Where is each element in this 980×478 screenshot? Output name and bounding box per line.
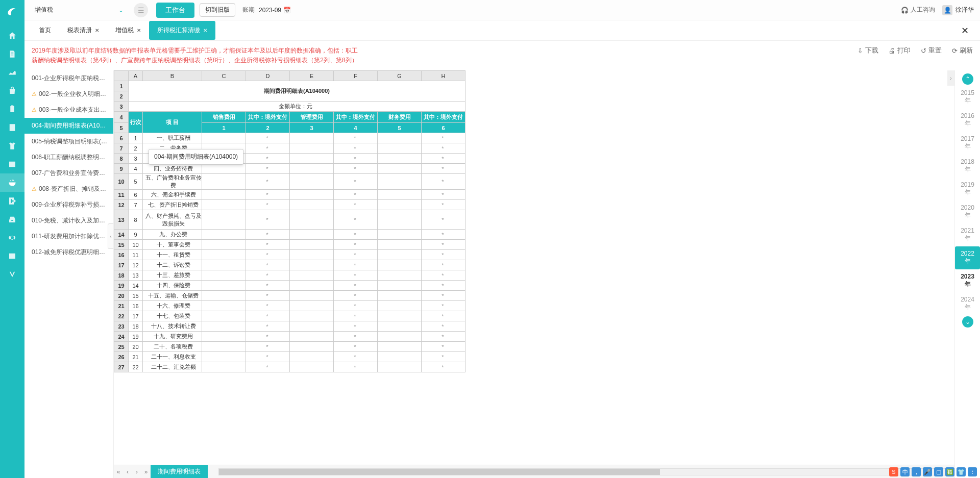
nav-v-icon[interactable] <box>0 265 24 284</box>
warning-icon: ⚠ <box>32 186 37 192</box>
ime-item[interactable]: ⋮ <box>968 467 977 476</box>
chevron-down-icon: ⌄ <box>118 7 124 14</box>
support-link[interactable]: 🎧 人工咨询 <box>901 6 935 14</box>
form-list-item[interactable]: 005-纳税调整项目明细表(A1... <box>24 134 113 149</box>
form-list-item[interactable]: 006-职工薪酬纳税调整明细... <box>24 149 113 165</box>
nav-doc-icon[interactable] <box>0 45 24 63</box>
form-list-item[interactable]: ⚠003-一般企业成本支出明细... <box>24 102 113 118</box>
tab-首页[interactable]: 首页 <box>31 21 59 40</box>
form-list-item[interactable]: 012-减免所得税优惠明细表(... <box>24 244 113 260</box>
year-item[interactable]: 2022年 <box>955 246 980 269</box>
nav-home-icon[interactable] <box>0 27 24 45</box>
tabs-row: 首页税表清册✕增值税✕所得税汇算清缴✕ ✕ <box>24 20 980 41</box>
switch-old-button[interactable]: 切到旧版 <box>200 3 235 17</box>
form-list-item[interactable]: 010-免税、减计收入及加计... <box>24 213 113 229</box>
list-icon-button[interactable]: ☰ <box>134 3 148 17</box>
form-list-item[interactable]: 011-研发费用加计扣除优惠... <box>24 229 113 244</box>
nav-shirt-icon[interactable] <box>0 137 24 155</box>
close-all-button[interactable]: ✕ <box>956 23 974 38</box>
nav-gear-icon[interactable] <box>0 229 24 247</box>
form-list-item[interactable]: 009-企业所得税弥补亏损明... <box>24 197 113 213</box>
reset-button[interactable]: ↺ 重置 <box>921 46 942 55</box>
nav-calc-icon[interactable] <box>0 118 24 137</box>
collapse-sidebar-handle[interactable]: ‹ <box>108 223 114 249</box>
ime-item[interactable]: ， <box>912 467 921 476</box>
module-dropdown[interactable]: 增值税 ⌄ <box>31 4 128 16</box>
tab-增值税[interactable]: 增值税✕ <box>107 21 149 40</box>
app-logo <box>5 4 19 18</box>
horizontal-scrollbar[interactable] <box>218 468 954 475</box>
warning-icon: ⚠ <box>32 91 37 97</box>
form-list-item[interactable]: ⚠002-一般企业收入明细表(A1... <box>24 86 113 102</box>
warning-icon: ⚠ <box>32 107 37 113</box>
sheet-tab[interactable]: 期间费用明细表 <box>151 465 208 478</box>
ime-item[interactable]: 中 <box>900 467 910 476</box>
print-button[interactable]: 🖨 打印 <box>889 46 911 55</box>
nav-chart-icon[interactable] <box>0 63 24 82</box>
close-icon[interactable]: ✕ <box>95 28 99 33</box>
year-item[interactable]: 2016年 <box>955 109 980 132</box>
year-item[interactable]: 2023年 <box>955 269 980 292</box>
year-item[interactable]: 2020年 <box>955 200 980 223</box>
period-label: 账期 <box>242 6 255 14</box>
sheet-nav-last[interactable]: » <box>141 468 151 475</box>
ime-item[interactable]: 🈯 <box>945 467 954 476</box>
warning-text: 2019年度涉及取以前年度结转数据的申报表单元格需要手工维护正确，才能保证本年及… <box>32 46 363 65</box>
ime-item[interactable]: ▢ <box>934 467 943 476</box>
workspace-button[interactable]: 工作台 <box>156 3 194 18</box>
form-list-item[interactable]: 004-期间费用明细表(A1040... <box>24 118 113 134</box>
form-list-item[interactable]: 001-企业所得税年度纳税申... <box>24 70 113 86</box>
year-rail: ⌃ 2015年2016年2017年2018年2019年2020年2021年202… <box>954 70 980 478</box>
nav-bag-icon[interactable] <box>0 82 24 100</box>
tab-所得税汇算清缴[interactable]: 所得税汇算清缴✕ <box>149 21 215 40</box>
ime-main-icon[interactable]: S <box>889 467 898 476</box>
ime-item[interactable]: 👕 <box>957 467 966 476</box>
form-list-item[interactable]: 007-广告费和业务宣传费跨... <box>24 165 113 181</box>
year-scroll-up[interactable]: ⌃ <box>962 73 973 85</box>
year-item[interactable]: 2018年 <box>955 155 980 178</box>
year-item[interactable]: 2024年 <box>955 292 980 315</box>
form-list-sidebar: 001-企业所得税年度纳税申...⚠002-一般企业收入明细表(A1...⚠00… <box>24 70 114 478</box>
topbar: 增值税 ⌄ ☰ 工作台 切到旧版 账期 2023-09 📅 🎧 人工咨询 👤徐泽… <box>24 0 980 20</box>
nav-inbox-icon[interactable] <box>0 210 24 229</box>
spreadsheet-grid[interactable]: ABCDEFGH1期间费用明细表(A104000)23金额单位：元4行次项 目销… <box>114 70 954 465</box>
year-item[interactable]: 2015年 <box>955 86 980 109</box>
sheet-nav-next[interactable]: › <box>132 468 141 475</box>
period-picker[interactable]: 2023-09 <box>259 7 281 14</box>
refresh-button[interactable]: ⟳ 刷新 <box>952 46 973 55</box>
user-menu[interactable]: 👤徐泽华 <box>942 5 974 15</box>
year-item[interactable]: 2017年 <box>955 132 980 155</box>
close-icon[interactable]: ✕ <box>137 28 141 33</box>
sheet-nav-first[interactable]: « <box>114 468 123 475</box>
form-name-tooltip: 004-期间费用明细表(A104000) <box>149 149 243 165</box>
year-item[interactable]: 2019年 <box>955 178 980 200</box>
form-list-item[interactable]: ⚠008-资产折旧、摊销及纳税... <box>24 181 113 197</box>
ime-toolbar: S 中，🎤▢🈯👕⋮ <box>889 467 977 476</box>
nav-video-icon[interactable] <box>0 247 24 265</box>
calendar-icon[interactable]: 📅 <box>283 7 291 14</box>
year-scroll-down[interactable]: ⌄ <box>962 316 973 328</box>
nav-export-icon[interactable] <box>0 192 24 210</box>
ime-item[interactable]: 🎤 <box>923 467 932 476</box>
nav-bowl-icon[interactable] <box>0 173 24 192</box>
expand-right-handle[interactable]: › <box>947 70 954 86</box>
sheet-nav-prev[interactable]: ‹ <box>123 468 132 475</box>
close-icon[interactable]: ✕ <box>203 28 207 33</box>
avatar: 👤 <box>942 5 952 15</box>
download-button[interactable]: ⇩ 下载 <box>857 46 878 55</box>
tab-税表清册[interactable]: 税表清册✕ <box>59 21 107 40</box>
nav-safe-icon[interactable] <box>0 155 24 173</box>
year-item[interactable]: 2021年 <box>955 223 980 246</box>
left-nav <box>0 0 24 478</box>
nav-clipboard-icon[interactable] <box>0 100 24 118</box>
